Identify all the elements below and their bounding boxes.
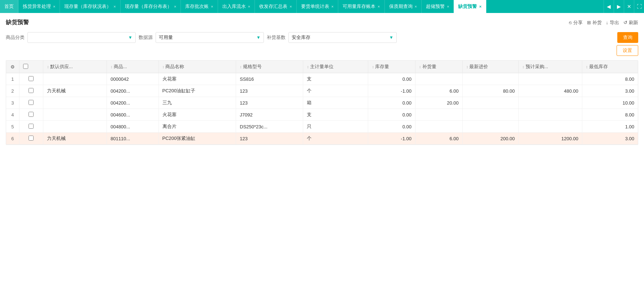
row-spec-6: 123 xyxy=(236,133,303,145)
row-latest-price-5 xyxy=(462,121,518,133)
row-select-2[interactable] xyxy=(29,88,34,93)
query-button[interactable]: 查询 xyxy=(617,32,638,43)
tab-picking-close[interactable]: × xyxy=(53,4,55,9)
row-select-4[interactable] xyxy=(29,112,34,117)
tab-as-close[interactable]: × xyxy=(378,4,380,9)
tab-available-stock[interactable]: 可用量库存账本 × xyxy=(338,0,384,13)
row-checkbox-6[interactable] xyxy=(19,133,43,145)
nav-next-button[interactable]: ▶ xyxy=(614,0,624,13)
settings-button[interactable]: 设置 xyxy=(617,45,638,56)
page-title: 缺货预警 xyxy=(6,19,29,26)
replenish-base-select[interactable]: 安全库存 ▼ xyxy=(288,32,397,43)
row-checkbox-4[interactable] xyxy=(19,109,43,121)
row-est-purchase-3 xyxy=(518,97,582,109)
tab-csd-close[interactable]: × xyxy=(174,4,176,9)
tab-batch-account[interactable]: 库存批次账 × xyxy=(181,0,218,13)
th-supplier[interactable]: 默认供应... xyxy=(43,61,107,73)
share-button[interactable]: ⎋ 分享 xyxy=(569,19,583,26)
tab-quality-period[interactable]: 保质期查询 × xyxy=(385,0,422,13)
row-select-6[interactable] xyxy=(29,136,34,141)
row-checkbox-3[interactable] xyxy=(19,97,43,109)
row-latest-price-4 xyxy=(462,109,518,121)
export-button[interactable]: ↓ 导出 xyxy=(606,19,619,26)
row-select-3[interactable] xyxy=(29,100,34,105)
tab-qp-close[interactable]: × xyxy=(415,4,417,9)
table-row: 2 力天机械 004200... PC200油缸缸子 123 个 -1.00 6… xyxy=(6,85,638,97)
tab-current-stock-dist[interactable]: 现存量（库存分布表） × xyxy=(121,0,181,13)
th-stock[interactable]: 库存量 xyxy=(368,61,415,73)
tab-sw-label: 缺货预警 xyxy=(458,3,477,10)
th-min-stock[interactable]: 最低库存 xyxy=(582,61,638,73)
nav-fullscreen-button[interactable]: ⛶ xyxy=(634,0,644,13)
th-latest-price[interactable]: 最新进价 xyxy=(462,61,518,73)
row-replenish-6: 6.00 xyxy=(415,133,462,145)
tab-css-close[interactable]: × xyxy=(113,4,116,9)
tab-if-close[interactable]: × xyxy=(248,4,250,9)
tab-receive-summary[interactable]: 收发存汇总表 × xyxy=(255,0,296,13)
tab-order-stats[interactable]: 要货单统计表 × xyxy=(297,0,338,13)
category-arrow-icon: ▼ xyxy=(128,35,132,40)
row-est-purchase-6: 1200.00 xyxy=(518,133,582,145)
row-stock-6: -1.00 xyxy=(368,133,415,145)
tab-overstock-warning[interactable]: 超储预警 × xyxy=(422,0,454,13)
replenish-base-label: 补货基数 xyxy=(267,34,286,41)
tab-ow-close[interactable]: × xyxy=(447,4,449,9)
row-est-purchase-4 xyxy=(518,109,582,121)
filter-actions: 查询 设置 xyxy=(617,32,638,56)
tab-os-close[interactable]: × xyxy=(331,4,334,9)
row-num-4: 4 xyxy=(6,109,19,121)
row-select-5[interactable] xyxy=(29,124,34,129)
row-stock-5: 0.00 xyxy=(368,121,415,133)
tab-inout-flow[interactable]: 出入库流水 × xyxy=(218,0,255,13)
tab-ba-close[interactable]: × xyxy=(211,4,213,9)
tab-current-stock-status[interactable]: 现存量（库存状况表） × xyxy=(60,0,120,13)
row-latest-price-3 xyxy=(462,97,518,109)
row-checkbox-1[interactable] xyxy=(19,73,43,85)
row-code-5: 004800... xyxy=(107,121,158,133)
row-spec-5: DS250*23c... xyxy=(236,121,303,133)
refresh-button[interactable]: ↺ 刷新 xyxy=(623,19,638,26)
row-select-1[interactable] xyxy=(29,76,34,81)
row-code-1: 0000042 xyxy=(107,73,158,85)
nav-controls: ◀ ▶ ✕ ⛶ xyxy=(604,0,644,13)
row-supplier-6: 力天机械 xyxy=(43,133,107,145)
row-num-6: 6 xyxy=(6,133,19,145)
row-name-4: 火花塞 xyxy=(158,109,236,121)
category-select[interactable]: ▼ xyxy=(27,32,136,43)
replenish-button[interactable]: ⊞ 补货 xyxy=(587,19,602,26)
row-min-stock-4: 8.00 xyxy=(582,109,638,121)
th-est-purchase[interactable]: 预计采购... xyxy=(518,61,582,73)
export-label: 导出 xyxy=(610,19,619,26)
table-row: 6 力天机械 801110... PC200张紧油缸 123 个 -1.00 6… xyxy=(6,133,638,145)
tab-home[interactable]: 首页 xyxy=(0,0,18,13)
row-stock-1: 0.00 xyxy=(368,73,415,85)
tab-picking-exception[interactable]: 拣货异常处理 × xyxy=(18,0,60,13)
tab-shortage-warning[interactable]: 缺货预警 × xyxy=(454,0,486,13)
replenish-base-filter-group: 补货基数 安全库存 ▼ xyxy=(267,32,397,43)
datasource-filter-group: 数据源 可用量 ▼ xyxy=(139,32,264,43)
tab-rs-close[interactable]: × xyxy=(290,4,292,9)
export-icon: ↓ xyxy=(606,20,609,25)
th-gear[interactable]: ⚙ xyxy=(6,61,19,73)
th-name[interactable]: 商品名称 xyxy=(158,61,236,73)
row-stock-3: 0.00 xyxy=(368,97,415,109)
row-supplier-4 xyxy=(43,109,107,121)
row-checkbox-5[interactable] xyxy=(19,121,43,133)
tab-sw-close[interactable]: × xyxy=(479,4,481,9)
th-replenish[interactable]: 补货量 xyxy=(415,61,462,73)
select-all-checkbox[interactable] xyxy=(23,64,28,69)
page-header: 缺货预警 ⎋ 分享 ⊞ 补货 ↓ 导出 ↺ 刷新 xyxy=(6,19,638,26)
row-supplier-2: 力天机械 xyxy=(43,85,107,97)
datasource-select[interactable]: 可用量 ▼ xyxy=(156,32,264,43)
row-min-stock-3: 10.00 xyxy=(582,97,638,109)
nav-prev-button[interactable]: ◀ xyxy=(604,0,614,13)
table-row: 5 004800... 离合片 DS250*23c... 只 0.00 1.00 xyxy=(6,121,638,133)
th-unit[interactable]: 主计量单位 xyxy=(303,61,368,73)
share-icon: ⎋ xyxy=(569,20,572,25)
row-replenish-3: 20.00 xyxy=(415,97,462,109)
th-spec[interactable]: 规格型号 xyxy=(236,61,303,73)
row-checkbox-2[interactable] xyxy=(19,85,43,97)
nav-close-button[interactable]: ✕ xyxy=(624,0,634,13)
row-num-1: 1 xyxy=(6,73,19,85)
th-code[interactable]: 商品... xyxy=(107,61,158,73)
